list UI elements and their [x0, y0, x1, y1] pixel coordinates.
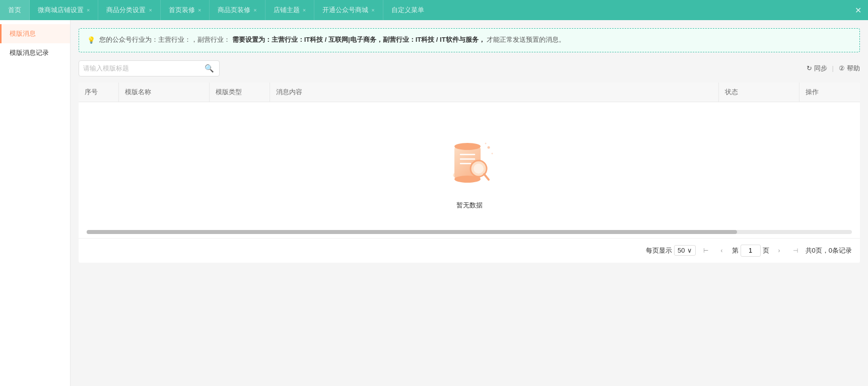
col-header-content: 消息内容	[270, 83, 719, 102]
notice-text: 您的公众号行业为：主营行业：，副营行业： 需要设置为：主营行业：IT科技 / 互…	[99, 35, 565, 45]
notice-icon: 💡	[87, 35, 95, 46]
svg-point-9	[474, 164, 484, 174]
svg-point-12	[491, 152, 493, 154]
tab-6[interactable]: 开通公众号商城×	[314, 0, 383, 20]
tab-close-icon-2[interactable]: ×	[149, 7, 152, 13]
tab-7[interactable]: 自定义菜单×	[383, 0, 424, 20]
tab-label-6: 开通公众号商城	[322, 6, 368, 15]
tab-label-0: 首页	[8, 6, 21, 15]
prev-page-button[interactable]: ‹	[716, 245, 728, 257]
first-page-button[interactable]: ⊢	[700, 245, 712, 257]
content-area: 💡 您的公众号行业为：主营行业：，副营行业： 需要设置为：主营行业：IT科技 /…	[71, 20, 868, 386]
tab-label-7: 自定义菜单	[391, 6, 424, 15]
tab-0[interactable]: 首页	[0, 0, 30, 20]
sync-icon: ↻	[807, 64, 812, 72]
tab-label-2: 商品分类设置	[106, 6, 146, 15]
sidebar: 模版消息模版消息记录	[0, 20, 71, 386]
table: 序号 模版名称 模版类型 消息内容 状态 操作	[79, 83, 860, 263]
top-tab-bar: 首页微商城店铺设置×商品分类设置×首页装修×商品页装修×店铺主题×开通公众号商城…	[0, 0, 868, 20]
search-input-wrap: 🔍	[79, 60, 220, 76]
scroll-thumb[interactable]	[87, 230, 737, 234]
col-header-name: 模版名称	[119, 83, 210, 102]
tab-label-3: 首页装修	[169, 6, 195, 15]
tab-1[interactable]: 微商城店铺设置×	[30, 0, 98, 20]
notice-box: 💡 您的公众号行业为：主营行业：，副营行业： 需要设置为：主营行业：IT科技 /…	[79, 28, 860, 52]
col-header-status: 状态	[719, 83, 799, 102]
col-header-action: 操作	[799, 83, 860, 102]
sync-button[interactable]: ↻ 同步	[807, 64, 827, 73]
pagination-bar: 每页显示 50 ∨ ⊢ ‹ 第 页 › ⊣ 共0页，0条记录	[79, 238, 860, 263]
notice-highlight: 需要设置为：主营行业：IT科技 / 互联网|电子商务，副营行业：IT科技 / I…	[232, 36, 485, 43]
scroll-track[interactable]	[87, 230, 852, 234]
tab-close-icon-1[interactable]: ×	[87, 7, 90, 13]
total-info: 共0页，0条记录	[806, 246, 852, 255]
tab-close-icon-5[interactable]: ×	[303, 7, 306, 13]
svg-line-10	[484, 174, 489, 180]
page-size-select: 每页显示 50 ∨	[646, 245, 695, 256]
main-layout: 模版消息模版消息记录 💡 您的公众号行业为：主营行业：，副营行业： 需要设置为：…	[0, 20, 868, 386]
tab-5[interactable]: 店铺主题×	[265, 0, 314, 20]
col-header-index: 序号	[79, 83, 119, 102]
per-page-label: 每页显示	[646, 246, 672, 255]
page-input[interactable]	[741, 245, 761, 257]
tab-4[interactable]: 商品页装修×	[210, 0, 265, 20]
tab-3[interactable]: 首页装修×	[161, 0, 210, 20]
help-button[interactable]: ② 帮助	[839, 64, 860, 73]
help-icon: ②	[839, 64, 845, 72]
last-page-button[interactable]: ⊣	[789, 245, 802, 257]
svg-point-3	[454, 143, 481, 150]
svg-point-13	[485, 142, 486, 144]
search-button[interactable]: 🔍	[204, 64, 215, 73]
table-header: 序号 模版名称 模版类型 消息内容 状态 操作	[79, 83, 860, 102]
per-page-select[interactable]: 50 ∨	[674, 245, 695, 256]
tab-label-1: 微商城店铺设置	[38, 6, 84, 15]
sidebar-item-0[interactable]: 模版消息	[0, 24, 70, 43]
page-unit: 页	[763, 246, 769, 255]
window-close-button[interactable]: ✕	[848, 0, 868, 20]
col-header-type: 模版类型	[210, 83, 270, 102]
tab-label-5: 店铺主题	[274, 6, 300, 15]
search-input[interactable]	[83, 64, 204, 72]
search-bar: 🔍 ↻ 同步 | ② 帮助	[79, 60, 860, 76]
tab-label-4: 商品页装修	[218, 6, 250, 15]
chevron-down-icon: ∨	[687, 247, 692, 254]
page-input-wrap: 第 页	[732, 245, 769, 257]
divider: |	[832, 64, 834, 72]
tab-2[interactable]: 商品分类设置×	[98, 0, 160, 20]
tab-close-icon-6[interactable]: ×	[371, 7, 374, 13]
sidebar-item-1[interactable]: 模版消息记录	[0, 43, 70, 62]
empty-icon	[439, 132, 500, 193]
svg-point-11	[487, 146, 490, 148]
empty-state: 暂无数据	[79, 102, 860, 230]
empty-text: 暂无数据	[456, 201, 483, 210]
tab-close-icon-4[interactable]: ×	[253, 7, 256, 13]
next-page-button[interactable]: ›	[773, 245, 785, 257]
top-actions: ↻ 同步 | ② 帮助	[807, 64, 860, 73]
tab-close-icon-3[interactable]: ×	[198, 7, 201, 13]
page-label: 第	[732, 246, 739, 255]
